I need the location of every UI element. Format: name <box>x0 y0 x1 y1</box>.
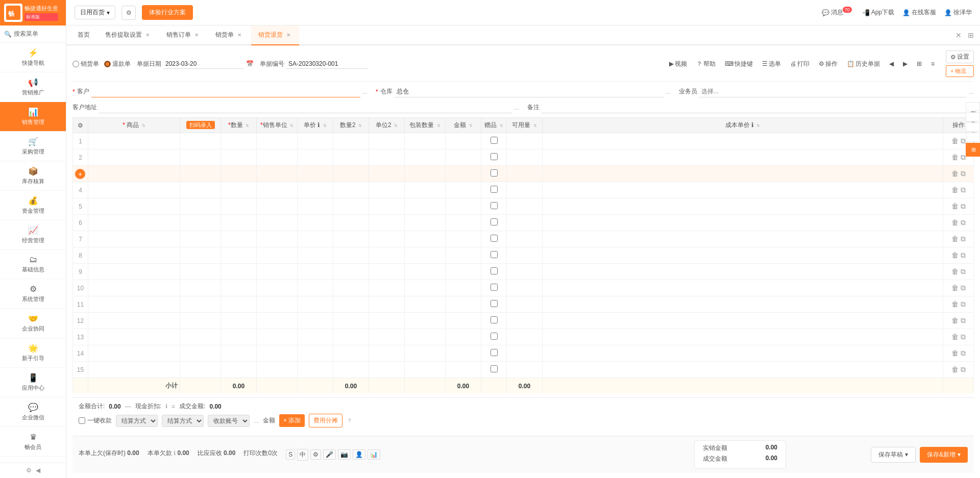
qty2-cell-6[interactable] <box>333 215 369 231</box>
cost-price-cell-8[interactable] <box>543 247 943 264</box>
right-panel-room[interactable]: 房 <box>966 133 980 142</box>
gift-cell-13[interactable] <box>481 329 507 345</box>
delete-row-btn-4[interactable]: 🗑 <box>951 186 959 194</box>
add-payment-btn[interactable]: + 添加 <box>279 414 305 427</box>
copy-row-btn-4[interactable]: ⧉ <box>961 186 966 194</box>
sidebar-item-basic-info[interactable]: 🗂 基础信息 <box>0 250 66 279</box>
available-cell-4[interactable] <box>507 182 543 198</box>
unit2-cell-9[interactable] <box>369 264 405 280</box>
expand-tabs-icon[interactable]: ⊞ <box>966 29 976 41</box>
shortcut-btn[interactable]: ⌨ 快捷键 <box>722 58 756 70</box>
cost-price-cell-9[interactable] <box>543 264 943 280</box>
sales-unit-cell-6[interactable] <box>257 215 298 231</box>
available-cell-6[interactable] <box>507 215 543 231</box>
sidebar-item-enterprise-wechat[interactable]: 💬 企业微信 <box>0 397 66 427</box>
calculation-method-select[interactable]: 结算方式 <box>162 415 204 427</box>
experience-btn[interactable]: 体验行业方案 <box>142 5 193 20</box>
unit-price-cell-15[interactable] <box>298 362 333 378</box>
right-panel-active[interactable]: ⊞ <box>966 143 980 157</box>
sidebar-item-app-center[interactable]: 📱 应用中心 <box>0 368 66 397</box>
sidebar-item-vip[interactable]: ♛ 畅会员 <box>0 427 66 457</box>
help-btn[interactable]: ？ 帮助 <box>693 58 719 70</box>
gift-cell-4[interactable] <box>481 182 507 198</box>
cost-price-cell-1[interactable] <box>543 133 943 149</box>
product-cell-2[interactable] <box>88 149 180 166</box>
warehouse-input[interactable] <box>395 86 664 97</box>
delete-row-btn-5[interactable]: 🗑 <box>951 202 959 211</box>
delete-row-btn-15[interactable]: 🗑 <box>951 365 959 374</box>
gift-checkbox-8[interactable] <box>491 251 498 258</box>
sales-unit-cell-12[interactable] <box>257 313 298 329</box>
right-panel-message[interactable]: 消息 <box>966 122 980 132</box>
delete-row-btn-12[interactable]: 🗑 <box>951 316 959 325</box>
gift-sort-icon[interactable]: ⇅ <box>500 123 503 128</box>
qty-cell-4[interactable] <box>221 182 257 198</box>
gift-cell-6[interactable] <box>481 215 507 231</box>
copy-row-btn-5[interactable]: ⧉ <box>961 202 966 211</box>
view-list-btn[interactable]: ≡ <box>928 59 938 69</box>
amount-cell-15[interactable] <box>446 362 481 378</box>
select-btn[interactable]: ☰ 选单 <box>759 58 784 70</box>
pkg-qty-cell-5[interactable] <box>405 198 446 215</box>
sidebar-item-quick-nav[interactable]: ⚡ 快捷导航 <box>0 43 66 72</box>
delete-row-btn-6[interactable]: 🗑 <box>951 218 959 227</box>
unit-price-cell-1[interactable] <box>298 133 333 149</box>
amount-cell-13[interactable] <box>446 329 481 345</box>
qty-cell-3[interactable] <box>221 166 257 182</box>
unit2-cell-1[interactable] <box>369 133 405 149</box>
gift-checkbox-15[interactable] <box>491 365 498 372</box>
qty-cell-10[interactable] <box>221 280 257 296</box>
available-cell-8[interactable] <box>507 247 543 264</box>
cost-price-cell-12[interactable] <box>543 313 943 329</box>
product-sort-icon[interactable]: ⇅ <box>142 123 145 128</box>
add-row-btn[interactable]: + <box>75 169 85 179</box>
gift-cell-3[interactable] <box>481 166 507 182</box>
unit-price-cell-2[interactable] <box>298 149 333 166</box>
operations-btn[interactable]: ⚙ 操作 <box>816 58 841 70</box>
qty-cell-15[interactable] <box>221 362 257 378</box>
delete-row-btn-14[interactable]: 🗑 <box>951 349 959 358</box>
col-scan[interactable]: 扫码录入 <box>180 118 221 133</box>
logistics-btn[interactable]: + 物流 <box>946 65 974 77</box>
qty2-cell-15[interactable] <box>333 362 369 378</box>
unit-price-cell-6[interactable] <box>298 215 333 231</box>
cost-price-cell-14[interactable] <box>543 345 943 362</box>
user-avatar[interactable]: 👤 徐泽华 <box>944 8 972 17</box>
tab-price-extract[interactable]: 售价提取设置 ✕ <box>98 26 158 45</box>
delete-row-btn-13[interactable]: 🗑 <box>951 333 959 341</box>
unit2-cell-6[interactable] <box>369 215 405 231</box>
copy-row-btn-2[interactable]: ⧉ <box>961 153 966 162</box>
sidebar-item-marketing[interactable]: 📢 营销推广 <box>0 72 66 102</box>
amount-cell-7[interactable] <box>446 231 481 247</box>
unit-price-sort-icon[interactable]: ⇅ <box>323 123 327 128</box>
cost-price-cell-5[interactable] <box>543 198 943 215</box>
sidebar-item-purchase-mgmt[interactable]: 🛒 采购管理 <box>0 132 66 161</box>
amount-cell-2[interactable] <box>446 149 481 166</box>
pkg-qty-cell-12[interactable] <box>405 313 446 329</box>
pkg-qty-cell-8[interactable] <box>405 247 446 264</box>
payment-method-select[interactable]: 结算方式 <box>116 415 158 427</box>
settings-icon[interactable]: ⚙ <box>26 467 32 474</box>
qty-cell-11[interactable] <box>221 296 257 313</box>
available-sort-icon[interactable]: ⇅ <box>533 123 537 128</box>
qty2-cell-7[interactable] <box>333 231 369 247</box>
gift-cell-7[interactable] <box>481 231 507 247</box>
qty2-cell-11[interactable] <box>333 296 369 313</box>
qty2-cell-4[interactable] <box>333 182 369 198</box>
expense-split-btn[interactable]: 费用分摊 <box>309 414 342 427</box>
pkg-qty-cell-15[interactable] <box>405 362 446 378</box>
pkg-qty-cell-4[interactable] <box>405 182 446 198</box>
product-cell-7[interactable] <box>88 231 180 247</box>
sales-unit-cell-15[interactable] <box>257 362 298 378</box>
sidebar-item-sales-mgmt[interactable]: 📊 销售管理 <box>0 102 66 132</box>
unit2-cell-11[interactable] <box>369 296 405 313</box>
unit2-cell-8[interactable] <box>369 247 405 264</box>
gift-checkbox-6[interactable] <box>491 218 498 225</box>
copy-row-btn-3[interactable]: ⧉ <box>961 169 966 178</box>
right-panel-attachment[interactable]: 附件 <box>966 102 980 111</box>
qty-cell-14[interactable] <box>221 345 257 362</box>
gift-cell-14[interactable] <box>481 345 507 362</box>
gift-cell-1[interactable] <box>481 133 507 149</box>
tab-sales-order[interactable]: 销售订单 ✕ <box>159 26 207 45</box>
tab-sales-bill[interactable]: 销货单 ✕ <box>208 26 250 45</box>
